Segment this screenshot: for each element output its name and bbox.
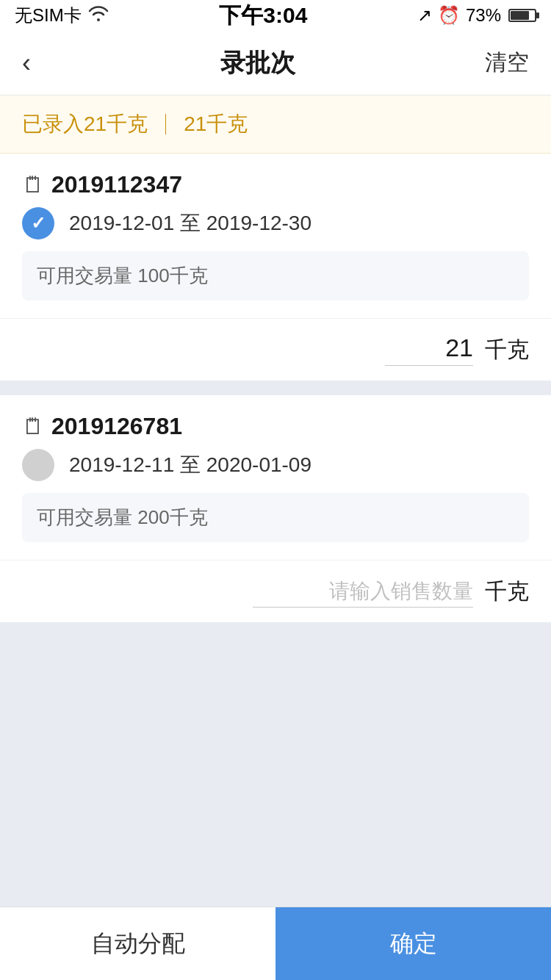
input-wrap-1 bbox=[385, 334, 473, 366]
page-title: 录批次 bbox=[220, 46, 295, 80]
summary-banner: 已录入21千克 21千克 bbox=[0, 96, 551, 154]
back-button[interactable]: ‹ bbox=[22, 48, 31, 79]
qty-unit-1: 千克 bbox=[485, 335, 529, 365]
status-right: ↗ ⏰ 73% bbox=[417, 5, 536, 26]
batch-item-2: 🗒 2019126781 2019-12-11 至 2020-01-09 可用交… bbox=[0, 395, 551, 622]
batch-header-1: 🗒 2019112347 bbox=[22, 171, 529, 198]
auto-distribute-button[interactable]: 自动分配 bbox=[0, 907, 276, 980]
summary-divider bbox=[165, 114, 166, 134]
nav-bar: ‹ 录批次 清空 bbox=[0, 31, 551, 96]
batch-doc-icon-1: 🗒 bbox=[22, 173, 44, 198]
batch-row-1: 2019-12-01 至 2019-12-30 bbox=[22, 207, 529, 239]
battery-icon bbox=[508, 9, 536, 22]
input-wrap-2 bbox=[253, 575, 473, 608]
status-bar: 无SIM卡 下午3:04 ↗ ⏰ 73% bbox=[0, 0, 551, 31]
batch-date-2: 2019-12-11 至 2020-01-09 bbox=[69, 451, 311, 479]
input-row-2: 千克 bbox=[0, 560, 551, 622]
batch-row-2: 2019-12-11 至 2020-01-09 bbox=[22, 449, 529, 481]
batch-item-1: 🗒 2019112347 2019-12-01 至 2019-12-30 可用交… bbox=[0, 154, 551, 381]
location-icon: ↗ bbox=[417, 5, 432, 26]
qty-input-1[interactable] bbox=[385, 334, 473, 362]
battery-percent: 73% bbox=[466, 5, 501, 26]
section-divider bbox=[0, 381, 551, 395]
available-qty-2: 可用交易量 200千克 bbox=[22, 493, 529, 542]
qty-input-2[interactable] bbox=[253, 575, 473, 604]
status-time: 下午3:04 bbox=[219, 1, 307, 31]
batch-doc-icon-2: 🗒 bbox=[22, 414, 44, 439]
sim-signal: 无SIM卡 bbox=[15, 4, 82, 27]
batch-date-1: 2019-12-01 至 2019-12-30 bbox=[69, 209, 311, 237]
alarm-icon: ⏰ bbox=[438, 5, 460, 26]
batch-id-2: 2019126781 bbox=[51, 413, 182, 440]
wifi-icon bbox=[87, 5, 109, 26]
batch-header-2: 🗒 2019126781 bbox=[22, 413, 529, 440]
radio-unchecked-2[interactable] bbox=[22, 449, 54, 481]
available-qty-1: 可用交易量 100千克 bbox=[22, 251, 529, 300]
empty-area bbox=[0, 622, 551, 916]
qty-unit-2: 千克 bbox=[485, 577, 529, 607]
status-left: 无SIM卡 bbox=[15, 4, 109, 27]
summary-value: 21千克 bbox=[184, 110, 248, 138]
batch-id-1: 2019112347 bbox=[51, 171, 182, 198]
confirm-button[interactable]: 确定 bbox=[276, 907, 551, 980]
bottom-bar: 自动分配 确定 bbox=[0, 907, 551, 980]
input-row-1: 千克 bbox=[0, 318, 551, 381]
clear-button[interactable]: 清空 bbox=[485, 48, 529, 78]
summary-label: 已录入21千克 bbox=[22, 110, 148, 138]
radio-checked-1[interactable] bbox=[22, 207, 54, 239]
